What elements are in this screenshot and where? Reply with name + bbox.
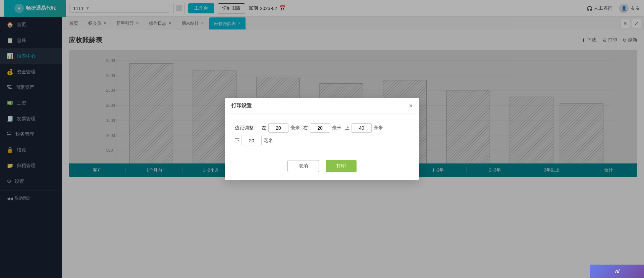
- right-margin-input[interactable]: [310, 123, 330, 133]
- margin-row: 边距调整： 左 毫米 右 毫米 上 毫米 下: [235, 123, 409, 145]
- top-margin-group: 上 毫米: [345, 123, 383, 133]
- margin-label: 边距调整：: [235, 125, 258, 131]
- ai-label: Ai: [615, 269, 620, 274]
- modal-body: 边距调整： 左 毫米 右 毫米 上 毫米 下: [225, 114, 419, 155]
- left-margin-unit: 毫米: [290, 125, 300, 131]
- modal-header: 打印设置 ×: [225, 98, 419, 114]
- bottom-direction-label: 下: [235, 138, 239, 144]
- left-direction-label: 左: [262, 125, 266, 131]
- right-direction-label: 右: [303, 125, 308, 131]
- modal-footer: 取消 打印: [225, 155, 419, 180]
- left-margin-input[interactable]: [268, 123, 288, 133]
- bottom-margin-input[interactable]: [241, 136, 262, 145]
- print-settings-modal: 打印设置 × 边距调整： 左 毫米 右 毫米 上 毫米: [225, 98, 419, 180]
- ai-badge[interactable]: Ai: [590, 265, 644, 278]
- modal-overlay: 打印设置 × 边距调整： 左 毫米 右 毫米 上 毫米: [0, 0, 644, 278]
- modal-close-button[interactable]: ×: [409, 103, 413, 109]
- left-margin-group: 左 毫米: [262, 123, 300, 133]
- right-margin-unit: 毫米: [332, 125, 341, 131]
- top-margin-input[interactable]: [352, 123, 372, 133]
- top-margin-unit: 毫米: [374, 125, 383, 131]
- cancel-button[interactable]: 取消: [287, 160, 319, 172]
- bottom-margin-group: 下 毫米: [235, 136, 273, 145]
- confirm-print-button[interactable]: 打印: [326, 160, 357, 172]
- modal-title: 打印设置: [231, 102, 252, 109]
- top-direction-label: 上: [345, 125, 350, 131]
- right-margin-group: 右 毫米: [303, 123, 341, 133]
- bottom-margin-unit: 毫米: [264, 138, 273, 144]
